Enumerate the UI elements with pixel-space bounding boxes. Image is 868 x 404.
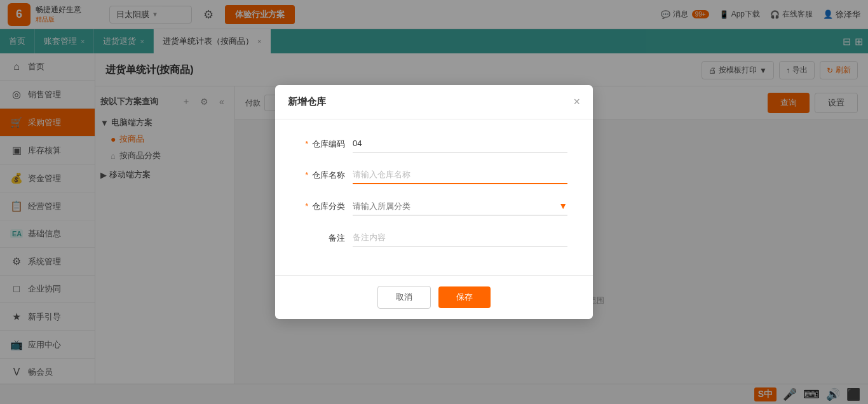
modal-overlay: 新增仓库 × * 仓库编码 * 仓库名称 [0,0,868,404]
warehouse-category-label: * 仓库分类 [301,201,345,212]
required-star-name: * [305,170,308,180]
warehouse-name-label: * 仓库名称 [301,170,345,181]
modal-close-button[interactable]: × [573,95,580,109]
modal-header: 新增仓库 × [275,85,593,119]
warehouse-name-field: * 仓库名称 [301,166,567,184]
category-dropdown-icon: ▼ [559,201,567,211]
required-star-code: * [305,139,308,149]
warehouse-note-label: 备注 [301,232,345,244]
warehouse-category-select-wrap[interactable]: ▼ [353,197,567,216]
warehouse-note-field: 备注 [301,229,567,247]
modal-title: 新增仓库 [288,96,326,108]
warehouse-note-input[interactable] [353,229,567,247]
required-star-category: * [305,201,308,211]
add-warehouse-modal: 新增仓库 × * 仓库编码 * 仓库名称 [275,85,593,319]
warehouse-name-input[interactable] [353,166,567,184]
cancel-button[interactable]: 取消 [377,286,431,309]
warehouse-code-field: * 仓库编码 [301,135,567,153]
warehouse-category-input[interactable] [353,201,559,211]
modal-footer: 取消 保存 [275,275,593,319]
modal-body: * 仓库编码 * 仓库名称 * 仓库分类 [275,119,593,275]
warehouse-code-input[interactable] [353,135,567,153]
save-button[interactable]: 保存 [438,286,491,308]
warehouse-category-field: * 仓库分类 ▼ [301,197,567,216]
warehouse-code-label: * 仓库编码 [301,138,345,150]
